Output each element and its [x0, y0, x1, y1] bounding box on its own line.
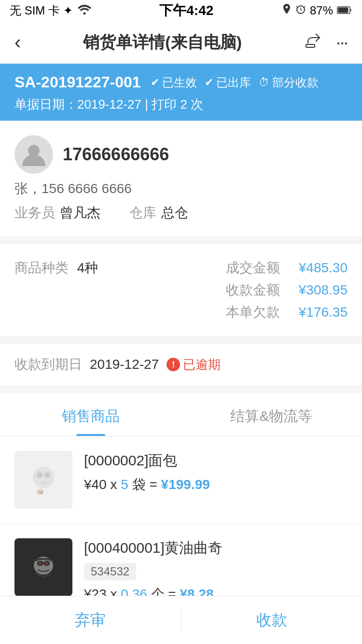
cancel-audit-button[interactable]: 弃审: [0, 596, 181, 644]
customer-name-detail: 张，156 6666 6666: [14, 180, 348, 198]
product-info: [000400001]黄油曲奇 534532 ¥23 x 0.36 个 = ¥8…: [84, 538, 348, 603]
order-id: SA-20191227-001: [14, 73, 141, 91]
nav-bar: ‹ 销货单详情(来自电脑) ···: [0, 21, 362, 64]
due-date-value: 2019-12-27: [90, 357, 159, 372]
amount-summary: 成交金额 ¥485.30 收款金额 ¥308.95 本单欠款 ¥176.35: [226, 259, 348, 322]
page-title: 销货单详情(来自电脑): [83, 31, 242, 54]
nav-actions: ···: [304, 32, 348, 53]
header-banner: SA-20191227-001 ✔ 已生效 ✔ 已出库 ⏱ 部分收款 单据日期：…: [0, 64, 362, 121]
status-left: 无 SIM 卡 ✦: [10, 3, 91, 18]
product-price-row: ¥40 x 5 袋 = ¥199.99: [84, 476, 348, 494]
tab-products[interactable]: 销售商品: [0, 393, 181, 436]
customer-section: 17666666666 张，156 6666 6666 业务员 曾凡杰 仓库 总…: [0, 121, 362, 237]
overdue-badge: ! 已逾期: [167, 356, 221, 373]
svg-rect-4: [306, 44, 315, 47]
product-thumbnail: 📦: [14, 451, 72, 509]
bottom-bar: 弃审 收款: [0, 596, 362, 644]
product-unit: 袋: [132, 477, 146, 492]
customer-phone: 17666666666: [63, 144, 169, 165]
order-sub-info: 单据日期：2019-12-27 | 打印 2 次: [14, 96, 348, 113]
clock-icon: ⏱: [259, 76, 269, 89]
svg-point-0: [83, 13, 85, 15]
owed-amount-label: 本单欠款: [226, 303, 280, 322]
overdue-text: 已逾期: [183, 356, 221, 373]
back-button[interactable]: ‹: [14, 31, 21, 53]
badge-partial: ⏱ 部分收款: [259, 75, 319, 90]
badge-active: ✔ 已生效: [151, 75, 197, 90]
category-value: 4种: [77, 260, 98, 275]
sales-value: 曾凡杰: [60, 204, 100, 222]
warehouse-value: 总仓: [161, 204, 188, 222]
check-icon-shipped: ✔: [205, 76, 213, 89]
owed-amount-row: 本单欠款 ¥176.35: [226, 303, 348, 322]
due-date-section: 收款到期日 2019-12-27 ! 已逾期: [0, 344, 362, 385]
overdue-icon: !: [167, 358, 180, 371]
share-icon[interactable]: [304, 32, 321, 53]
status-bar: 无 SIM 卡 ✦ 下午4:42 87%: [0, 0, 362, 21]
product-qty: 5: [121, 477, 128, 492]
products-section: 📦 [0000002]面包 ¥40 x 5 袋 = ¥199.99: [0, 436, 362, 618]
check-icon-active: ✔: [151, 76, 159, 89]
more-icon[interactable]: ···: [336, 32, 348, 53]
customer-meta: 业务员 曾凡杰 仓库 总仓: [14, 204, 348, 222]
svg-point-6: [33, 467, 54, 488]
badge-shipped: ✔ 已出库: [205, 75, 251, 90]
sim-label: 无 SIM 卡 ✦: [10, 3, 73, 18]
wifi-signal: [78, 4, 91, 17]
received-amount-value: ¥308.95: [290, 282, 348, 298]
tabs-section: 销售商品 结算&物流等: [0, 393, 362, 436]
svg-point-16: [39, 562, 42, 565]
svg-rect-3: [338, 8, 348, 13]
battery-level: 87%: [310, 4, 333, 17]
summary-section: 商品种类 4种 成交金额 ¥485.30 收款金额 ¥308.95 本单欠款 ¥…: [0, 244, 362, 336]
location-icon: [282, 4, 292, 17]
status-right: 87%: [282, 4, 352, 17]
sales-label: 业务员: [14, 204, 55, 222]
deal-amount-label: 成交金额: [226, 259, 280, 277]
due-label: 收款到期日: [14, 355, 82, 374]
product-thumbnail: [14, 538, 72, 596]
product-tag: 534532: [84, 563, 136, 580]
deal-amount-value: ¥485.30: [290, 260, 348, 276]
alarm-icon: [295, 4, 306, 17]
received-amount-row: 收款金额 ¥308.95: [226, 281, 348, 299]
owed-amount-value: ¥176.35: [290, 305, 348, 320]
category-info: 商品种类 4种: [14, 259, 98, 277]
received-amount-label: 收款金额: [226, 281, 280, 299]
svg-point-10: [45, 473, 49, 477]
tab-settlement[interactable]: 结算&物流等: [181, 393, 362, 436]
category-label: 商品种类: [14, 260, 69, 275]
list-item: 📦 [0000002]面包 ¥40 x 5 袋 = ¥199.99: [0, 436, 362, 524]
collect-payment-button[interactable]: 收款: [181, 596, 362, 644]
avatar: [14, 135, 53, 174]
battery-icon: [337, 4, 352, 17]
product-price: ¥40: [84, 477, 107, 492]
status-badges: ✔ 已生效 ✔ 已出库 ⏱ 部分收款: [151, 75, 319, 90]
status-time: 下午4:42: [159, 1, 213, 20]
product-info: [0000002]面包 ¥40 x 5 袋 = ¥199.99: [84, 451, 348, 494]
warehouse: 仓库 总仓: [129, 204, 188, 222]
sales-person: 业务员 曾凡杰: [14, 204, 100, 222]
svg-text:📦: 📦: [37, 488, 44, 495]
product-name: [000400001]黄油曲奇: [84, 538, 348, 558]
svg-point-9: [38, 473, 42, 477]
product-name: [0000002]面包: [84, 451, 348, 471]
svg-point-17: [45, 562, 48, 565]
product-total: ¥199.99: [161, 477, 210, 492]
deal-amount-row: 成交金额 ¥485.30: [226, 259, 348, 277]
tabs-row: 销售商品 结算&物流等: [0, 393, 362, 436]
warehouse-label: 仓库: [129, 204, 156, 222]
